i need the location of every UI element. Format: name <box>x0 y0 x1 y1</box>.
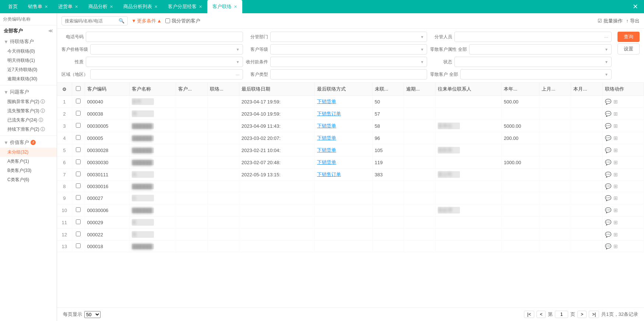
message-icon[interactable]: 💬 <box>605 207 611 213</box>
scatter-customer-select[interactable]: ▼ <box>460 69 612 80</box>
first-page-button[interactable]: |< <box>524 311 534 318</box>
last-contact-method[interactable]: 下销货单 <box>314 144 372 156</box>
last-date-column-header[interactable]: 最后联络日期 <box>239 83 314 96</box>
grid-icon[interactable]: ⊞ <box>613 111 618 117</box>
row-checkbox[interactable] <box>76 147 81 152</box>
row-checkbox[interactable] <box>76 123 81 128</box>
sidebar-item-churned[interactable]: 已流失客户(24) ⓘ <box>0 116 57 125</box>
last-contact-method[interactable] <box>314 229 372 241</box>
row-checkbox-cell[interactable] <box>72 156 85 169</box>
grid-icon[interactable]: ⊞ <box>613 123 618 129</box>
last-page-button[interactable]: >| <box>589 311 599 318</box>
phone-input[interactable] <box>86 32 243 42</box>
close-all-tabs-button[interactable]: ✕ <box>630 3 641 11</box>
uncontact-column-header[interactable]: 未联... <box>372 83 404 96</box>
nature-select[interactable]: ▼ <box>86 57 243 67</box>
last-method-link[interactable]: 下销货单 <box>317 123 336 128</box>
search-input[interactable] <box>65 18 117 24</box>
sidebar-item-today-pending[interactable]: 今天待联络(0) <box>0 47 57 56</box>
last-contact-method[interactable]: 下销货单 <box>314 120 372 132</box>
row-checkbox-cell[interactable] <box>72 229 85 241</box>
row-checkbox-cell[interactable] <box>72 144 85 156</box>
search-box[interactable]: 🔍 <box>61 16 128 25</box>
last-contact-method[interactable] <box>314 192 372 204</box>
message-icon[interactable]: 💬 <box>605 99 611 105</box>
status-select[interactable]: ▼ <box>454 57 612 67</box>
message-icon[interactable]: 💬 <box>605 243 611 249</box>
last-contact-method[interactable]: 下销货单 <box>314 96 372 108</box>
last-method-link[interactable]: 下销售订单 <box>317 172 341 177</box>
this-year-column-header[interactable]: 本年... <box>502 83 539 96</box>
grid-icon[interactable]: ⊞ <box>613 195 618 201</box>
overdue-column-header[interactable]: 逾期... <box>404 83 436 96</box>
customer-type-input[interactable] <box>270 69 427 80</box>
close-icon[interactable]: ✕ <box>154 4 158 9</box>
row-checkbox-cell[interactable] <box>72 204 85 216</box>
grid-icon[interactable]: ⊞ <box>613 183 618 189</box>
page-number-input[interactable] <box>555 311 568 318</box>
next-page-button[interactable]: > <box>577 311 587 318</box>
sidebar-item-overdue-pending[interactable]: 逾期未联络(30) <box>0 74 57 84</box>
row-checkbox[interactable] <box>76 135 81 140</box>
grid-icon[interactable]: ⊞ <box>613 135 618 141</box>
row-checkbox[interactable] <box>76 219 81 224</box>
more-conditions-button[interactable]: ▼ 更多条件 ▲ <box>131 18 162 24</box>
row-checkbox-cell[interactable] <box>72 241 85 252</box>
type-column-header[interactable]: 客户... <box>176 83 208 96</box>
person-input[interactable]: ··· <box>454 32 612 42</box>
message-icon[interactable]: 💬 <box>605 135 611 141</box>
last-contact-method[interactable] <box>314 204 372 216</box>
checkbox-column-header[interactable] <box>72 83 85 96</box>
grid-icon[interactable]: ⊞ <box>613 172 618 177</box>
last-method-link[interactable]: 下销售订单 <box>317 111 341 116</box>
last-contact-method[interactable]: 下销售订单 <box>314 108 372 120</box>
message-icon[interactable]: 💬 <box>605 183 611 189</box>
sidebar-item-hoarding[interactable]: 囤购异常客户(2) ⓘ <box>0 97 57 106</box>
sidebar-item-7days-pending[interactable]: 近7天待联络(0) <box>0 65 57 74</box>
message-icon[interactable]: 💬 <box>605 172 611 177</box>
last-contact-method[interactable]: 下销售订单 <box>314 169 372 181</box>
last-contact-method[interactable]: 下销货单 <box>314 156 372 169</box>
sidebar-item-churn-warning[interactable]: 流失预警客户(3) ⓘ <box>0 106 57 116</box>
message-icon[interactable]: 💬 <box>605 195 611 201</box>
grid-icon[interactable]: ⊞ <box>613 219 618 225</box>
row-checkbox-cell[interactable] <box>72 96 85 108</box>
last-month-column-header[interactable]: 上月... <box>539 83 571 96</box>
row-checkbox[interactable] <box>76 172 81 176</box>
reset-button[interactable]: 设置 <box>617 43 640 54</box>
row-checkbox[interactable] <box>76 183 81 188</box>
last-contact-method[interactable] <box>314 241 372 252</box>
message-icon[interactable]: 💬 <box>605 232 611 237</box>
sidebar-item-ungrouped[interactable]: 未分组(32) <box>0 148 57 157</box>
last-contact-method[interactable]: 下销货单 <box>314 132 372 144</box>
row-checkbox[interactable] <box>76 243 81 248</box>
contact-column-header[interactable]: 联络... <box>207 83 239 96</box>
sidebar-item-a-class[interactable]: A类客户(1) <box>0 157 57 166</box>
grid-icon[interactable]: ⊞ <box>613 99 618 105</box>
grid-icon[interactable]: ⊞ <box>613 243 618 249</box>
name-column-header[interactable]: 客户名称 <box>130 83 176 96</box>
sidebar-item-c-class[interactable]: C类客户(6) <box>0 175 57 184</box>
last-method-link[interactable]: 下销货单 <box>317 135 336 141</box>
row-checkbox[interactable] <box>76 207 81 212</box>
settings-column-header[interactable]: ⚙ <box>57 83 72 96</box>
close-icon[interactable]: ✕ <box>110 4 113 9</box>
row-checkbox-cell[interactable] <box>72 108 85 120</box>
nav-tab-product-analysis[interactable]: 商品分析 ✕ <box>83 0 118 13</box>
grid-icon[interactable]: ⊞ <box>613 159 618 165</box>
sidebar-item-b-class[interactable]: B类客户(33) <box>0 166 57 175</box>
row-checkbox[interactable] <box>76 111 81 116</box>
row-checkbox-cell[interactable] <box>72 216 85 229</box>
sidebar-search-input[interactable] <box>3 17 57 22</box>
grid-icon[interactable]: ⊞ <box>613 207 618 213</box>
last-method-link[interactable]: 下销货单 <box>317 99 336 104</box>
row-checkbox-cell[interactable] <box>72 169 85 181</box>
this-month-column-header[interactable]: 本月... <box>571 83 603 96</box>
nav-tab-customer-tier[interactable]: 客户分层经客 ✕ <box>163 0 207 13</box>
nav-tab-sales-order[interactable]: 销售单 ✕ <box>23 0 53 13</box>
row-checkbox-cell[interactable] <box>72 192 85 204</box>
message-icon[interactable]: 💬 <box>605 159 611 165</box>
query-button[interactable]: 查询 <box>617 32 640 42</box>
message-icon[interactable]: 💬 <box>605 111 611 117</box>
grid-icon[interactable]: ⊞ <box>613 232 618 237</box>
